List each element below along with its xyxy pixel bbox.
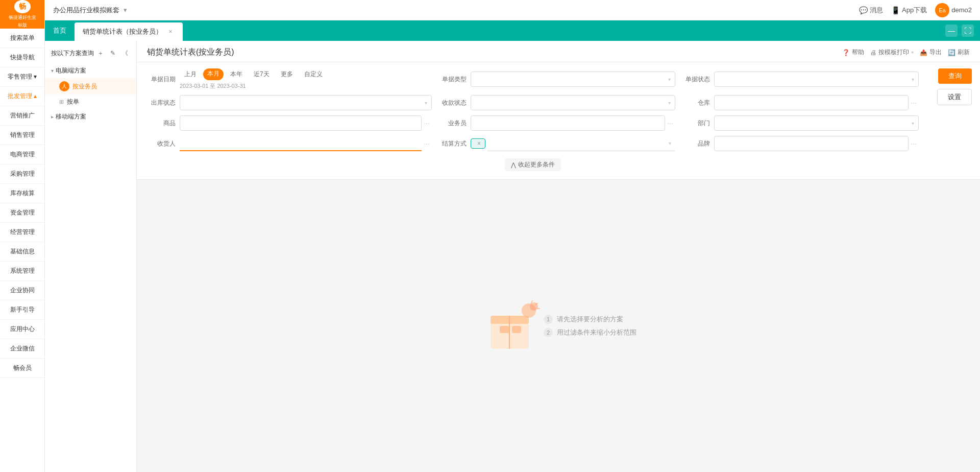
tab-close-sales-report[interactable]: × xyxy=(166,28,175,36)
refresh-icon: 🔄 xyxy=(948,49,955,56)
dept-select[interactable]: ▾ xyxy=(714,115,919,131)
expand-icon: ▾ xyxy=(51,68,54,74)
sidebar-item-marketing[interactable]: 营销推广 xyxy=(0,106,44,126)
sidebar-item-apps[interactable]: 应用中心 xyxy=(0,320,44,339)
edit-scheme-btn[interactable]: ✎ xyxy=(108,48,118,58)
date-btn-7days[interactable]: 近7天 xyxy=(249,68,274,80)
filter-warehouse: 仓库 ··· xyxy=(681,95,919,110)
dept-label: 部门 xyxy=(681,119,710,128)
empty-tip-1: 1 请先选择要分析的方案 xyxy=(544,315,636,324)
receiver-input[interactable] xyxy=(180,136,422,151)
tree-parent-mobile[interactable]: ▸ 移动端方案 xyxy=(45,109,136,124)
help-btn[interactable]: ❓ 帮助 xyxy=(842,48,864,57)
filter-goods: 商品 ··· xyxy=(147,115,432,131)
date-btn-last-month[interactable]: 上月 xyxy=(180,68,201,80)
filter-settlement: 结算方式 × ▾ xyxy=(438,136,675,151)
brand-more-icon[interactable]: ··· xyxy=(909,139,919,148)
settlement-badge: × xyxy=(471,138,485,149)
by-doc-icon: ⊞ xyxy=(59,99,64,105)
out-status-select[interactable]: ▾ xyxy=(180,95,432,110)
topbar-left: 办公用品行业模拟账套 ▾ xyxy=(53,6,127,15)
industry-label: 办公用品行业模拟账套 xyxy=(53,6,119,15)
tree-child-by-staff[interactable]: 人 按业务员 xyxy=(45,78,136,95)
message-btn[interactable]: 💬 消息 xyxy=(859,6,883,15)
tree-child-by-doc[interactable]: ⊞ 按单 xyxy=(45,95,136,109)
filter-buttons: 查询 设置 xyxy=(929,62,980,179)
date-btn-more[interactable]: 更多 xyxy=(276,68,298,80)
doc-type-select[interactable]: ▾ xyxy=(471,72,675,87)
sidebar-item-retail[interactable]: 零售管理 ▾ xyxy=(0,67,44,87)
sidebar-item-inventory[interactable]: 库存核算 xyxy=(0,184,44,203)
warehouse-input[interactable] xyxy=(714,95,909,110)
goods-input[interactable] xyxy=(180,115,422,131)
sidebar-item-quick-nav[interactable]: 快捷导航 xyxy=(0,48,44,67)
app-download-btn[interactable]: 📱 App下载 xyxy=(891,6,927,15)
receiver-more-icon[interactable]: ··· xyxy=(422,139,432,148)
topbar-dropdown-icon[interactable]: ▾ xyxy=(124,6,127,14)
tab-maximize-btn[interactable]: ⛶ xyxy=(962,25,974,37)
tip-num-2: 2 xyxy=(544,328,553,337)
tree-parent-desktop[interactable]: ▾ 电脑端方案 xyxy=(45,63,136,78)
refresh-btn[interactable]: 🔄 刷新 xyxy=(948,48,970,57)
warehouse-label: 仓库 xyxy=(681,99,710,107)
sidebar-item-wechat[interactable]: 企业微信 xyxy=(0,339,44,359)
tab-home[interactable]: 首页 xyxy=(45,20,75,41)
staff-more-icon[interactable]: ··· xyxy=(665,119,675,127)
empty-illustration xyxy=(480,300,542,357)
right-panel: 销货单统计表(按业务员) ❓ 帮助 🖨 按模板打印 ▾ 📤 导出 xyxy=(137,41,980,472)
sidebar-item-operation[interactable]: 经营管理 xyxy=(0,223,44,242)
filter-staff: 业务员 ··· xyxy=(438,115,675,131)
sidebar-item-ecom[interactable]: 电商管理 xyxy=(0,145,44,164)
receiver-label: 收货人 xyxy=(147,139,176,148)
date-btn-this-year[interactable]: 本年 xyxy=(226,68,247,80)
sidebar-item-enterprise[interactable]: 企业协同 xyxy=(0,281,44,300)
settings-button[interactable]: 设置 xyxy=(937,89,972,105)
main-area: 办公用品行业模拟账套 ▾ 💬 消息 📱 App下载 Ea demo2 首页 xyxy=(45,0,980,472)
sidebar-item-search[interactable]: 搜索菜单 xyxy=(0,29,44,48)
pay-status-select[interactable]: ▾ xyxy=(471,95,675,110)
sidebar-item-basic[interactable]: 基础信息 xyxy=(0,242,44,262)
help-icon: ❓ xyxy=(842,49,850,56)
collapse-panel-btn[interactable]: 《 xyxy=(120,48,130,58)
empty-tips: 1 请先选择要分析的方案 2 用过滤条件来缩小分析范围 xyxy=(544,315,636,337)
add-scheme-btn[interactable]: ＋ xyxy=(95,48,106,58)
tab-sales-report[interactable]: 销货单统计表（按业务员） × xyxy=(75,22,183,41)
warehouse-more-icon[interactable]: ··· xyxy=(909,99,919,107)
sidebar-item-wholesale[interactable]: 批发管理 ▴ xyxy=(0,87,44,106)
export-btn[interactable]: 📤 导出 xyxy=(920,48,942,57)
sidebar-item-newbie[interactable]: 新手引导 xyxy=(0,300,44,320)
brand-input[interactable] xyxy=(714,136,909,151)
query-button[interactable]: 查询 xyxy=(938,68,972,84)
sidebar-item-finance[interactable]: 资金管理 xyxy=(0,203,44,223)
doc-status-select[interactable]: ▾ xyxy=(714,72,919,87)
doc-status-arrow: ▾ xyxy=(912,77,914,82)
date-btn-this-month[interactable]: 本月 xyxy=(203,68,224,80)
print-btn[interactable]: 🖨 按模板打印 ▾ xyxy=(870,48,914,57)
goods-more-icon[interactable]: ··· xyxy=(422,119,432,127)
sidebar-item-sales[interactable]: 销售管理 xyxy=(0,126,44,145)
filter-out-status: 出库状态 ▾ xyxy=(147,95,432,110)
filter-row-4: 收货人 ··· 结算方式 × xyxy=(147,136,919,151)
print-dropdown-icon: ▾ xyxy=(911,50,914,55)
date-group: 上月 本月 本年 近7天 更多 自定义 2023-03-01 至 2023-03… xyxy=(180,68,432,90)
sidebar-item-system[interactable]: 系统管理 xyxy=(0,262,44,281)
topbar: 办公用品行业模拟账套 ▾ 💬 消息 📱 App下载 Ea demo2 xyxy=(45,0,980,20)
staff-input[interactable] xyxy=(471,115,665,131)
settlement-clear-btn[interactable]: × xyxy=(477,140,481,147)
sidebar-item-purchase[interactable]: 采购管理 xyxy=(0,164,44,184)
tab-minimize-btn[interactable]: — xyxy=(945,25,958,37)
doc-type-label: 单据类型 xyxy=(438,75,467,84)
user-menu-btn[interactable]: Ea demo2 xyxy=(935,3,972,17)
settlement-select[interactable]: ▾ xyxy=(487,136,675,151)
sidebar-item-member[interactable]: 畅会员 xyxy=(0,359,44,378)
sidebar: 畅 畅捷通好生意 标版 搜索菜单 快捷导航 零售管理 ▾ 批发管理 ▴ 营销推广… xyxy=(0,0,45,472)
collapse-btn[interactable]: ⋀ 收起更多条件 xyxy=(505,158,561,171)
svg-line-5 xyxy=(531,301,532,303)
filter-row-2: 出库状态 ▾ 收款状态 ▾ xyxy=(147,95,919,110)
sidebar-logo: 畅 畅捷通好生意 标版 xyxy=(0,0,45,29)
filter-doc-status: 单据状态 ▾ xyxy=(681,72,919,87)
date-btn-custom[interactable]: 自定义 xyxy=(300,68,327,80)
empty-tip-2: 2 用过滤条件来缩小分析范围 xyxy=(544,328,636,337)
filter-row-3: 商品 ··· 业务员 ··· 部门 xyxy=(147,115,919,131)
dept-arrow: ▾ xyxy=(912,121,914,126)
